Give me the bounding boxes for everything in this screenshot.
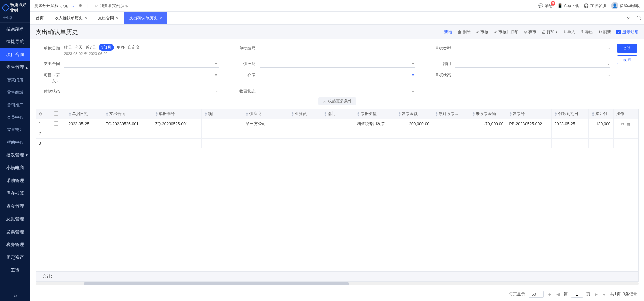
sidebar-item-ecommerce[interactable]: 小畅电商	[0, 161, 30, 174]
discard-button[interactable]: ⊘弃审	[524, 29, 536, 35]
checkbox-icon[interactable]	[54, 121, 58, 126]
filter-select-dept[interactable]: ⌄	[455, 60, 610, 68]
chip-yesterday[interactable]: 昨天	[64, 44, 72, 50]
audit-print-button[interactable]: ✔审核并打印	[494, 29, 518, 35]
tab-首页[interactable]: 首页	[30, 12, 49, 24]
col-contract[interactable]: ▲▼支出合同	[103, 109, 152, 119]
demo-link[interactable]: ☞ 我要看实例演示	[95, 3, 128, 9]
chip-more[interactable]: 更多	[117, 44, 125, 50]
collapse-filters-button[interactable]: ︽ 收起更多条件	[318, 97, 356, 105]
col-checkbox[interactable]	[51, 109, 66, 119]
sidebar-item-smart-store[interactable]: 智慧门店	[0, 74, 30, 86]
chip-last1m[interactable]: 近1月	[99, 44, 114, 51]
copy-icon[interactable]: ⧉	[621, 122, 624, 126]
last-page-button[interactable]: ⏭	[602, 292, 607, 297]
col-supplier[interactable]: ▲▼供应商	[243, 109, 288, 119]
sidebar-item-retail-stats[interactable]: 零售统计	[0, 124, 30, 136]
col-docno[interactable]: ▲▼单据编号	[152, 109, 202, 119]
next-page-button[interactable]: ▶	[594, 292, 598, 297]
col-ticket-type[interactable]: ▲▼票据类型	[354, 109, 395, 119]
close-icon[interactable]: ×	[160, 16, 162, 21]
col-project[interactable]: ▲▼项目	[202, 109, 243, 119]
close-icon[interactable]: ×	[116, 16, 118, 21]
sidebar-item-member-center[interactable]: 会员中心	[0, 111, 30, 124]
filter-select-doc-status[interactable]: ⌄	[455, 71, 610, 79]
filter-lookup-supplier[interactable]: ⋯	[260, 60, 415, 68]
filter-select-doc-type[interactable]: ⌄	[455, 44, 610, 52]
refresh-button[interactable]: ↻刷新	[599, 29, 611, 35]
query-button[interactable]: 查询	[617, 44, 637, 53]
sidebar-item-ledger[interactable]: 总账管理	[0, 213, 30, 225]
filter-select-pay-status[interactable]: ⌄	[64, 87, 219, 95]
sidebar-item-help-center[interactable]: 帮助中心	[0, 136, 30, 149]
sidebar-item-salary[interactable]: 工资	[0, 264, 30, 277]
context-switcher[interactable]: 测试分开流程-小兄 ⌄	[34, 3, 75, 9]
table-row[interactable]: 12023-05-25EC-20230525-001ZQ-20230525-00…	[36, 119, 638, 129]
page-input[interactable]	[571, 291, 583, 298]
col-due-date[interactable]: ▲▼付款到期日	[552, 109, 589, 119]
sidebar-item-fixed-asset[interactable]: 固定资产	[0, 251, 30, 264]
sidebar-item-search-menu[interactable]: 搜索菜单	[0, 23, 30, 35]
col-inv-amt[interactable]: ▲▼发票金额	[395, 109, 432, 119]
add-button[interactable]: +新增	[441, 29, 452, 35]
col-gear[interactable]: ⚙	[36, 109, 51, 119]
chip-last7[interactable]: 近7天	[86, 44, 96, 50]
print-button[interactable]: 🖨打印▾	[542, 29, 557, 35]
context-settings-icon[interactable]: ⚙	[79, 3, 82, 8]
table-row[interactable]: 2	[36, 129, 638, 139]
sidebar-item-quick-nav[interactable]: 快捷导航	[0, 35, 30, 48]
user-menu[interactable]: 👤 徐泽华修改	[611, 2, 640, 9]
filter-input-doc-no[interactable]	[260, 44, 415, 52]
table-row[interactable]: 3	[36, 139, 638, 148]
support-button[interactable]: 🎧 在线客服	[584, 3, 606, 9]
per-page-select[interactable]: 50 ⌄	[529, 291, 544, 298]
import-button[interactable]: ⤓导入	[563, 29, 575, 35]
first-page-button[interactable]: ⏮	[547, 292, 552, 297]
filter-lookup-contract[interactable]: ⋯	[64, 60, 219, 68]
settings-filter-button[interactable]: 设置	[617, 55, 637, 64]
sidebar-item-wholesale[interactable]: 批发管理▼	[0, 149, 30, 161]
messages-button[interactable]: 💬 消息 8	[538, 3, 553, 9]
close-all-tabs-button[interactable]: ✕	[623, 14, 633, 23]
sidebar-item-tax[interactable]: 税务管理	[0, 238, 30, 251]
tab-支出合同[interactable]: 支出合同×	[93, 12, 124, 24]
show-detail-toggle[interactable]: ✓ 显示明细	[616, 29, 639, 35]
sidebar-item-purchase[interactable]: 采购管理	[0, 174, 30, 187]
horizontal-scrollbar[interactable]	[36, 282, 639, 286]
col-unrecv-amt[interactable]: ▲▼未收票金额	[469, 109, 506, 119]
sidebar-item-inventory[interactable]: 库存核算	[0, 187, 30, 200]
close-icon[interactable]: ×	[85, 16, 87, 21]
filter-lookup-warehouse[interactable]: ⋯	[260, 71, 415, 79]
qr-icon[interactable]: ▦	[626, 122, 630, 126]
col-date[interactable]: ▲▼单据日期	[66, 109, 103, 119]
sidebar-item-project-contract[interactable]: 项目合同	[0, 48, 30, 61]
col-cum-pay[interactable]: ▲▼累计付	[589, 109, 613, 119]
settings-button[interactable]: ⚙	[0, 291, 30, 301]
col-dept[interactable]: ▲▼部门	[321, 109, 354, 119]
main-area: 测试分开流程-小兄 ⌄ ⚙ | ☞ 我要看实例演示 💬 消息 8 📱 App下载	[30, 0, 644, 301]
col-cum-recv[interactable]: ▲▼累计收票...	[432, 109, 469, 119]
chip-today[interactable]: 今天	[75, 44, 83, 50]
filter-lookup-project[interactable]: ⋯	[64, 71, 219, 79]
audit-button[interactable]: ✔审核	[476, 29, 488, 35]
delete-button[interactable]: 🗑删除	[457, 29, 471, 35]
sidebar-item-funds[interactable]: 资金管理	[0, 200, 30, 213]
sidebar-item-invoice[interactable]: 发票管理	[0, 225, 30, 238]
tab-收入确认单历史[interactable]: 收入确认单历史×	[49, 12, 93, 24]
sidebar-item-retail-mall[interactable]: 零售商城	[0, 86, 30, 99]
col-inv-no[interactable]: ▲▼发票号	[506, 109, 552, 119]
prev-page-button[interactable]: ◀	[556, 292, 560, 297]
export-button[interactable]: ⤒导出	[581, 29, 593, 35]
app-download-label: App下载	[564, 3, 579, 9]
fullscreen-button[interactable]: ⛶	[633, 14, 644, 23]
tab-支出确认单历史[interactable]: 支出确认单历史×	[124, 12, 167, 24]
filter-select-recv-status[interactable]: ⌄	[260, 87, 415, 95]
app-download-button[interactable]: 📱 App下载	[557, 3, 579, 9]
col-clerk[interactable]: ▲▼业务员	[288, 109, 321, 119]
scroll-thumb[interactable]	[84, 282, 349, 285]
chip-custom[interactable]: 自定义	[128, 44, 140, 50]
sidebar-item-marketing[interactable]: 营销推广	[0, 99, 30, 111]
table-cell	[243, 129, 288, 139]
doc-link[interactable]: ZQ-20230525-001	[155, 122, 188, 126]
sidebar-item-retail-mgmt[interactable]: 零售管理▲	[0, 61, 30, 74]
